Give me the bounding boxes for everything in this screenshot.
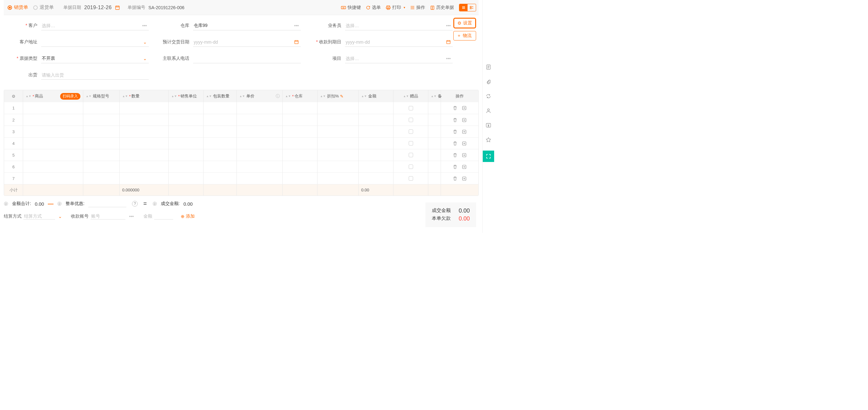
cell-pack[interactable] [204, 138, 237, 149]
cell-warehouse[interactable] [283, 114, 317, 126]
cell-warehouse[interactable] [283, 126, 317, 137]
rail-sync-icon[interactable] [485, 92, 492, 100]
cell-note[interactable] [428, 149, 441, 161]
gear-icon[interactable]: ⚙ [12, 94, 16, 99]
chevron-down-icon[interactable]: ⌄ [142, 56, 148, 61]
delete-row-icon[interactable] [453, 118, 458, 123]
cell-warehouse[interactable] [283, 149, 317, 161]
cell-pack[interactable] [204, 102, 237, 114]
cell-qty[interactable] [120, 114, 169, 126]
settle-method-select[interactable] [24, 213, 55, 219]
delete-row-icon[interactable] [453, 165, 458, 169]
cell-price[interactable] [237, 102, 283, 114]
sort-icon[interactable]: ▲▼ [122, 95, 128, 97]
gift-checkbox[interactable] [409, 176, 413, 181]
cell-spec[interactable] [83, 126, 120, 137]
more-icon[interactable]: ••• [127, 214, 136, 219]
cell-unit[interactable] [169, 114, 204, 126]
sort-icon[interactable]: ▲▼ [26, 95, 31, 97]
sort-icon[interactable]: ▲▼ [320, 95, 326, 97]
delete-row-icon[interactable] [453, 129, 458, 134]
cell-amount[interactable] [359, 173, 394, 184]
sort-icon[interactable]: ▲▼ [86, 95, 92, 97]
sort-icon[interactable]: ▲▼ [171, 95, 177, 97]
more-icon[interactable]: ••• [445, 23, 452, 28]
sort-icon[interactable]: ▲▼ [206, 95, 212, 97]
due-date-input[interactable] [346, 39, 445, 45]
delete-row-icon[interactable] [453, 141, 458, 146]
delete-row-icon[interactable] [453, 106, 458, 110]
gift-checkbox[interactable] [409, 118, 413, 122]
cell-note[interactable] [428, 126, 441, 137]
cell-spec[interactable] [83, 161, 120, 172]
table-row[interactable]: 7 [4, 172, 478, 184]
cell-discount[interactable] [317, 149, 359, 161]
logistics-button[interactable]: ＋物流 [453, 31, 476, 40]
cell-warehouse[interactable] [283, 138, 317, 149]
cell-qty[interactable] [120, 149, 169, 161]
cell-amount[interactable] [359, 138, 394, 149]
cell-amount[interactable] [359, 114, 394, 126]
doc-date-value[interactable]: 2019-12-26 [84, 5, 112, 10]
cell-pack[interactable] [204, 173, 237, 184]
cell-discount[interactable] [317, 126, 359, 137]
sort-icon[interactable]: ▲▼ [285, 95, 291, 97]
cell-product[interactable] [23, 173, 83, 184]
rail-attachment-icon[interactable] [485, 78, 492, 86]
order-discount-input[interactable] [88, 200, 126, 207]
cell-discount[interactable] [317, 161, 359, 172]
cell-spec[interactable] [83, 149, 120, 161]
cell-price[interactable] [237, 138, 283, 149]
delete-row-icon[interactable] [453, 153, 458, 158]
cell-price[interactable] [237, 126, 283, 137]
add-row-icon[interactable] [462, 106, 467, 110]
tab-sales-order[interactable]: 销货单 [8, 4, 28, 10]
cell-spec[interactable] [83, 114, 120, 126]
cell-pack[interactable] [204, 114, 237, 126]
cell-qty[interactable] [120, 138, 169, 149]
customer-select[interactable] [42, 23, 141, 28]
add-row-icon[interactable] [462, 141, 467, 146]
cell-note[interactable] [428, 102, 441, 114]
cell-note[interactable] [428, 138, 441, 149]
table-row[interactable]: 2 [4, 114, 478, 126]
cell-unit[interactable] [169, 161, 204, 172]
cell-qty[interactable] [120, 161, 169, 172]
add-row-icon[interactable] [462, 176, 467, 181]
cell-price[interactable] [237, 173, 283, 184]
cell-note[interactable] [428, 114, 441, 126]
cell-amount[interactable] [359, 161, 394, 172]
delete-row-icon[interactable] [453, 176, 458, 181]
invoice-type-select[interactable] [42, 56, 142, 61]
cell-price[interactable] [237, 114, 283, 126]
table-row[interactable]: 3 [4, 126, 478, 137]
amount-input[interactable] [154, 213, 173, 219]
cell-qty[interactable] [120, 126, 169, 137]
cell-pack[interactable] [204, 149, 237, 161]
chevron-down-icon[interactable]: ⌄ [142, 39, 148, 45]
cell-unit[interactable] [169, 149, 204, 161]
pick-order-button[interactable]: 选单 [366, 5, 381, 10]
cell-qty[interactable] [120, 173, 169, 184]
action-button[interactable]: 操作 [410, 5, 425, 10]
calendar-icon[interactable] [293, 39, 300, 44]
table-row[interactable]: 5 [4, 149, 478, 161]
table-row[interactable]: 1 [4, 102, 478, 114]
table-row[interactable]: 6 [4, 161, 478, 172]
gift-checkbox[interactable] [409, 141, 413, 145]
cell-warehouse[interactable] [283, 173, 317, 184]
salesman-select[interactable] [346, 23, 445, 28]
cell-product[interactable] [23, 149, 83, 161]
cell-discount[interactable] [317, 138, 359, 149]
cell-spec[interactable] [83, 102, 120, 114]
sort-icon[interactable]: ▲▼ [239, 95, 245, 97]
cell-unit[interactable] [169, 138, 204, 149]
cell-discount[interactable] [317, 114, 359, 126]
calendar-icon[interactable] [445, 39, 452, 44]
warehouse-select[interactable] [194, 23, 293, 28]
add-row-icon[interactable] [462, 153, 467, 158]
cell-unit[interactable] [169, 126, 204, 137]
cell-pack[interactable] [204, 161, 237, 172]
cell-spec[interactable] [83, 138, 120, 149]
cell-price[interactable] [237, 161, 283, 172]
